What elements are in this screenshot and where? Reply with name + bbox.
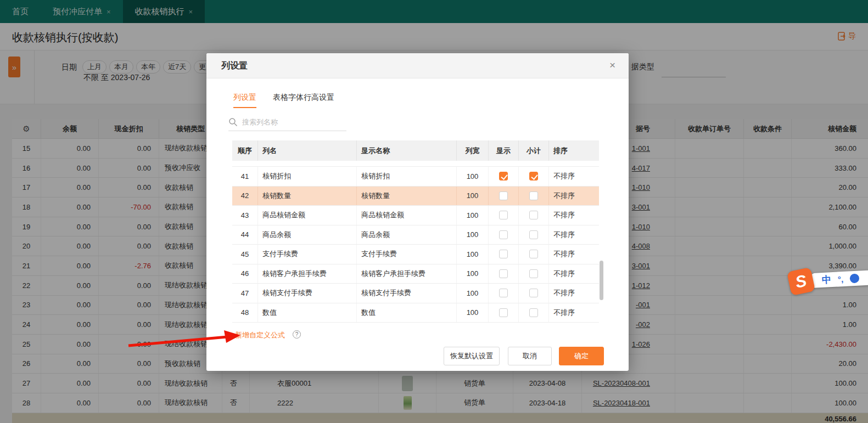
column-setting-row[interactable]: 42 核销数量 核销数量 100 不排序 — [232, 187, 599, 206]
dialog-header: 列设置 × — [206, 53, 629, 78]
order-cell: 41 — [232, 167, 258, 186]
add-custom-formula-link[interactable]: 新增自定义公式 — [235, 330, 285, 340]
column-name-cell: 核销数量 — [258, 187, 357, 206]
width-cell[interactable]: 100 — [457, 284, 489, 303]
ime-chinese-mode-indicator[interactable]: 中 — [821, 273, 831, 286]
sort-toggle[interactable]: 不排序 — [549, 264, 599, 284]
sort-toggle[interactable]: 不排序 — [549, 167, 599, 186]
help-icon[interactable]: ? — [293, 330, 301, 339]
close-icon[interactable]: × — [609, 59, 615, 71]
sort-toggle[interactable]: 不排序 — [549, 303, 599, 323]
column-setting-row[interactable]: 46 核销客户承担手续费 核销客户承担手续费 100 不排序 — [232, 264, 599, 284]
width-cell[interactable]: 100 — [457, 206, 489, 225]
show-checkbox[interactable] — [499, 191, 508, 200]
column-setting-row[interactable]: 45 支付手续费 支付手续费 100 不排序 — [232, 245, 599, 264]
column-name-cell: 核销客户承担手续费 — [258, 264, 357, 284]
subtotal-checkbox[interactable] — [529, 172, 538, 181]
subtotal-cell — [519, 187, 549, 206]
sort-toggle[interactable]: 不排序 — [549, 187, 599, 206]
header-subtotal: 小计 — [519, 140, 549, 161]
sort-toggle[interactable]: 不排序 — [549, 284, 599, 303]
column-name-cell: 支付手续费 — [258, 245, 357, 264]
display-name-cell: 支付手续费 — [357, 245, 457, 264]
width-cell[interactable]: 100 — [457, 225, 489, 245]
subtotal-checkbox[interactable] — [529, 250, 538, 258]
subtotal-checkbox[interactable] — [529, 269, 538, 278]
width-cell[interactable]: 100 — [457, 264, 489, 284]
show-checkbox[interactable] — [499, 269, 508, 278]
subtotal-checkbox[interactable] — [529, 211, 538, 219]
column-setting-row[interactable]: 48 数值 数值 100 不排序 — [232, 303, 599, 323]
sort-toggle[interactable]: 不排序 — [549, 206, 599, 225]
tab-font-row-height[interactable]: 表格字体行高设置 — [273, 93, 334, 108]
order-cell: 48 — [232, 303, 258, 323]
order-cell: 45 — [232, 245, 258, 264]
subtotal-checkbox[interactable] — [529, 230, 538, 239]
display-name-cell: 核销客户承担手续费 — [357, 264, 457, 284]
ime-logo-icon[interactable]: S — [787, 267, 815, 296]
tab-column-settings[interactable]: 列设置 — [233, 93, 256, 108]
show-cell — [489, 167, 519, 186]
column-settings-dialog: 列设置 × 列设置 表格字体行高设置 顺序 列名 显示名称 列宽 显示 小计 排… — [206, 53, 629, 371]
scrollbar-thumb[interactable] — [600, 261, 603, 300]
order-cell: 46 — [232, 264, 258, 284]
show-checkbox[interactable] — [499, 289, 508, 297]
subtotal-cell — [519, 264, 549, 284]
order-cell: 44 — [232, 225, 258, 245]
show-cell — [489, 264, 519, 284]
column-search-box — [228, 114, 346, 131]
column-settings-table: 顺序 列名 显示名称 列宽 显示 小计 排序 41 核销折扣 核销折扣 100 … — [232, 140, 599, 323]
cancel-button[interactable]: 取消 — [508, 347, 552, 365]
dialog-title: 列设置 — [221, 60, 248, 72]
column-setting-row[interactable]: 47 核销支付手续费 核销支付手续费 100 不排序 — [232, 284, 599, 303]
column-setting-row[interactable]: 43 商品核销金额 商品核销金额 100 不排序 — [232, 206, 599, 225]
subtotal-checkbox[interactable] — [529, 191, 538, 200]
settings-header-row: 顺序 列名 显示名称 列宽 显示 小计 排序 — [232, 140, 599, 161]
display-name-cell: 核销折扣 — [357, 167, 457, 186]
display-name-cell: 商品核销金额 — [357, 206, 457, 225]
subtotal-checkbox[interactable] — [529, 289, 538, 297]
show-checkbox[interactable] — [499, 250, 508, 258]
column-name-cell: 商品核销金额 — [258, 206, 357, 225]
show-checkbox[interactable] — [499, 172, 508, 181]
width-cell[interactable]: 100 — [457, 187, 489, 206]
width-cell[interactable]: 100 — [457, 303, 489, 323]
ime-menu-icon[interactable] — [850, 273, 860, 283]
display-name-cell: 核销支付手续费 — [357, 284, 457, 303]
display-name-cell: 数值 — [357, 303, 457, 323]
column-name-cell: 核销折扣 — [258, 167, 357, 186]
subtotal-cell — [519, 303, 549, 323]
search-icon — [228, 117, 238, 127]
header-show: 显示 — [489, 140, 519, 161]
dialog-tabs: 列设置 表格字体行高设置 — [233, 93, 334, 108]
sort-toggle[interactable]: 不排序 — [549, 245, 599, 264]
header-width: 列宽 — [457, 140, 489, 161]
column-setting-row[interactable]: 41 核销折扣 核销折扣 100 不排序 — [232, 167, 599, 187]
column-name-cell: 核销支付手续费 — [258, 284, 357, 303]
order-cell: 47 — [232, 284, 258, 303]
header-sort: 排序 — [549, 140, 599, 161]
width-cell[interactable]: 100 — [457, 245, 489, 264]
column-setting-row[interactable]: 44 商品余额 商品余额 100 不排序 — [232, 225, 599, 245]
show-cell — [489, 206, 519, 225]
ime-punctuation-indicator[interactable]: °, — [838, 274, 844, 284]
order-cell: 43 — [232, 206, 258, 225]
sort-toggle[interactable]: 不排序 — [549, 225, 599, 245]
show-checkbox[interactable] — [499, 211, 508, 219]
display-name-cell: 核销数量 — [357, 187, 457, 206]
show-checkbox[interactable] — [499, 230, 508, 239]
ime-status-bar[interactable]: 中 °, — [808, 270, 868, 289]
header-display-name: 显示名称 — [357, 140, 457, 161]
column-name-cell: 商品余额 — [258, 225, 357, 245]
subtotal-cell — [519, 225, 549, 245]
header-order: 顺序 — [232, 140, 258, 161]
show-cell — [489, 225, 519, 245]
width-cell[interactable]: 100 — [457, 167, 489, 186]
confirm-button[interactable]: 确定 — [559, 347, 604, 365]
show-cell — [489, 303, 519, 323]
column-search-input[interactable] — [242, 118, 346, 126]
subtotal-checkbox[interactable] — [529, 308, 538, 317]
restore-defaults-button[interactable]: 恢复默认设置 — [444, 347, 500, 365]
show-checkbox[interactable] — [499, 308, 508, 317]
subtotal-cell — [519, 206, 549, 225]
